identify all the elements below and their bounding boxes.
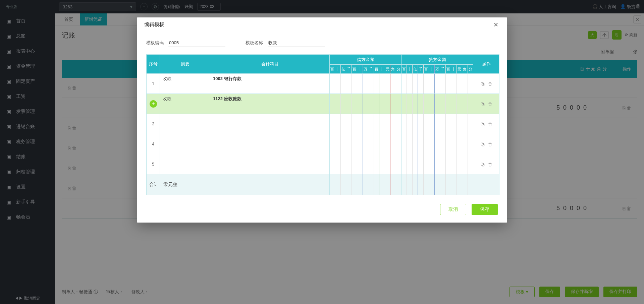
svg-rect-0 (482, 83, 484, 85)
table-row: 1收款1002 银行存款 (147, 74, 499, 94)
amount-cell[interactable] (401, 114, 473, 134)
amount-cell[interactable] (401, 94, 473, 114)
template-code-label: 模板编码 (146, 40, 164, 46)
digit-label: 百 (401, 65, 407, 73)
digit-label: 角 (462, 65, 468, 73)
digit-label: 千 (346, 65, 352, 73)
digit-label: 元 (457, 65, 462, 73)
svg-rect-9 (481, 163, 483, 165)
row-ops (473, 74, 499, 94)
table-row: ＋收款1122 应收账款 (147, 94, 499, 114)
svg-rect-7 (481, 143, 483, 145)
digit-label: 百 (330, 65, 335, 73)
digit-label: 百 (424, 65, 429, 73)
delete-icon[interactable] (488, 81, 492, 86)
row-index: 4 (147, 134, 160, 154)
row-summary[interactable]: 收款 (160, 94, 210, 114)
template-code-input[interactable] (168, 39, 225, 47)
row-index: ＋ (147, 94, 160, 114)
svg-rect-4 (482, 123, 484, 126)
th-credit: 贷方金额 (401, 55, 473, 65)
digit-label: 百 (374, 65, 379, 73)
svg-rect-3 (481, 103, 483, 105)
cancel-button[interactable]: 取消 (440, 204, 466, 215)
template-name-input[interactable] (268, 39, 325, 47)
row-account[interactable]: 1122 应收账款 (210, 94, 330, 114)
digit-label: 千 (368, 65, 374, 73)
delete-icon[interactable] (488, 101, 492, 106)
digit-label: 十 (451, 65, 457, 73)
modal-title: 编辑模板 (144, 21, 164, 28)
digit-label: 百 (352, 65, 357, 73)
table-row: 3 (147, 114, 499, 134)
copy-icon[interactable] (480, 121, 485, 126)
svg-rect-1 (481, 82, 483, 85)
amount-cell[interactable] (401, 174, 473, 195)
amount-cell[interactable] (330, 174, 401, 195)
modal-overlay: 编辑模板 ✕ 模板编码 模板名称 (0, 0, 644, 304)
add-row-button[interactable]: ＋ (150, 100, 157, 108)
template-name-label: 模板名称 (246, 40, 263, 46)
row-ops (473, 154, 499, 174)
amount-cell[interactable] (401, 134, 473, 154)
th-debit: 借方金额 (330, 55, 401, 65)
digit-label: 十 (429, 65, 434, 73)
digit-label: 万 (363, 65, 368, 73)
th-account: 会计科目 (210, 55, 330, 74)
table-row: 4 (147, 134, 499, 154)
th-summary: 摘要 (160, 55, 210, 74)
amount-cell[interactable] (330, 154, 401, 174)
digit-label: 元 (385, 65, 390, 73)
row-ops (473, 114, 499, 134)
copy-icon[interactable] (480, 101, 485, 106)
row-summary[interactable] (160, 154, 210, 174)
delete-icon[interactable] (488, 121, 492, 126)
close-icon[interactable]: ✕ (492, 21, 500, 29)
svg-rect-6 (482, 143, 484, 146)
svg-rect-8 (482, 164, 484, 166)
amount-cell[interactable] (330, 114, 401, 134)
digit-label: 十 (379, 65, 385, 73)
th-index: 序号 (147, 55, 160, 74)
row-account[interactable] (210, 114, 330, 134)
row-ops (473, 94, 499, 114)
amount-cell[interactable] (330, 74, 401, 94)
save-button[interactable]: 保存 (472, 204, 498, 215)
digit-label: 分 (396, 65, 401, 73)
total-ops (473, 174, 499, 195)
row-summary[interactable] (160, 134, 210, 154)
digit-label: 十 (335, 65, 340, 73)
th-ops: 操作 (473, 55, 499, 74)
template-table: 序号 摘要 会计科目 借方金额 贷方金额 操作 百十亿千百十万千百十元角分 百十… (146, 54, 499, 195)
row-index: 5 (147, 154, 160, 174)
edit-template-modal: 编辑模板 ✕ 模板编码 模板名称 (137, 17, 507, 223)
row-account[interactable]: 1002 银行存款 (210, 74, 330, 94)
copy-icon[interactable] (480, 81, 485, 86)
row-index: 3 (147, 114, 160, 134)
digit-label: 分 (468, 65, 473, 73)
row-summary[interactable] (160, 114, 210, 134)
total-label: 合计：零元整 (147, 174, 330, 195)
table-row: 5 (147, 154, 499, 174)
delete-icon[interactable] (488, 141, 492, 146)
amount-cell[interactable] (330, 94, 401, 114)
copy-icon[interactable] (480, 162, 485, 166)
digit-label: 万 (435, 65, 440, 73)
digit-label: 亿 (413, 65, 418, 73)
row-account[interactable] (210, 134, 330, 154)
delete-icon[interactable] (488, 162, 492, 166)
copy-icon[interactable] (480, 141, 485, 146)
row-index: 1 (147, 74, 160, 94)
svg-rect-5 (481, 123, 483, 125)
amount-cell[interactable] (401, 154, 473, 174)
digit-label: 十 (357, 65, 363, 73)
amount-cell[interactable] (401, 74, 473, 94)
digit-label: 千 (440, 65, 445, 73)
row-account[interactable] (210, 154, 330, 174)
digit-label: 亿 (341, 65, 346, 73)
digit-label: 百 (446, 65, 451, 73)
amount-cell[interactable] (330, 134, 401, 154)
digit-label: 十 (407, 65, 412, 73)
svg-rect-2 (482, 103, 484, 106)
row-summary[interactable]: 收款 (160, 74, 210, 94)
